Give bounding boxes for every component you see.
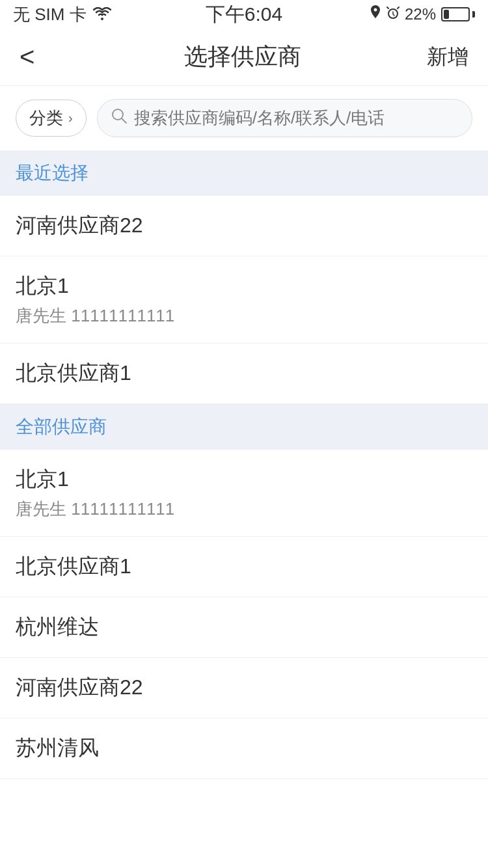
status-right: 22%: [370, 5, 475, 23]
status-left: 无 SIM 卡: [13, 3, 111, 26]
list-item[interactable]: 苏州清风: [0, 718, 488, 779]
list-item[interactable]: 北京1唐先生 11111111111: [0, 450, 488, 537]
all-items-list: 北京1唐先生 11111111111北京供应商1杭州维达河南供应商22苏州清风: [0, 450, 488, 779]
list-item[interactable]: 河南供应商22: [0, 196, 488, 256]
status-time: 下午6:04: [206, 1, 282, 28]
all-section-header: 全部供应商: [0, 404, 488, 450]
list-item[interactable]: 河南供应商22: [0, 658, 488, 718]
location-icon: [370, 5, 381, 23]
chevron-right-icon: ›: [68, 111, 73, 126]
back-button[interactable]: <: [20, 42, 59, 72]
item-name: 杭州维达: [16, 613, 472, 642]
search-icon: [111, 107, 128, 129]
list-item[interactable]: 北京供应商1: [0, 537, 488, 597]
svg-line-3: [122, 118, 126, 123]
status-bar: 无 SIM 卡 下午6:04 22%: [0, 0, 488, 29]
nav-bar: < 选择供应商 新增: [0, 29, 488, 86]
item-contact: 唐先生 11111111111: [16, 305, 472, 327]
page-title: 选择供应商: [184, 41, 301, 73]
item-name: 河南供应商22: [16, 211, 472, 240]
carrier-text: 无 SIM 卡: [13, 3, 87, 26]
item-name: 北京1: [16, 465, 472, 494]
battery-icon: [441, 7, 475, 21]
recent-section-title: 最近选择: [16, 163, 88, 183]
category-button[interactable]: 分类 ›: [16, 100, 87, 137]
item-name: 苏州清风: [16, 734, 472, 763]
wifi-icon: [93, 5, 111, 25]
item-contact: 唐先生 11111111111: [16, 498, 472, 521]
recent-items-list: 河南供应商22北京1唐先生 11111111111北京供应商1: [0, 196, 488, 404]
item-name: 北京供应商1: [16, 552, 472, 581]
item-name: 北京1: [16, 272, 472, 301]
svg-point-0: [101, 18, 103, 20]
search-box: [97, 99, 472, 137]
all-section-title: 全部供应商: [16, 416, 107, 437]
alarm-icon: [386, 5, 400, 23]
recent-section-header: 最近选择: [0, 150, 488, 196]
category-label: 分类: [29, 107, 63, 129]
item-name: 北京供应商1: [16, 359, 472, 388]
list-item[interactable]: 北京供应商1: [0, 344, 488, 404]
filter-bar: 分类 ›: [0, 86, 488, 150]
battery-percentage: 22%: [405, 5, 436, 23]
search-input[interactable]: [134, 108, 459, 128]
list-item[interactable]: 杭州维达: [0, 597, 488, 658]
list-item[interactable]: 北京1唐先生 11111111111: [0, 256, 488, 344]
add-button[interactable]: 新增: [427, 43, 468, 72]
item-name: 河南供应商22: [16, 673, 472, 702]
